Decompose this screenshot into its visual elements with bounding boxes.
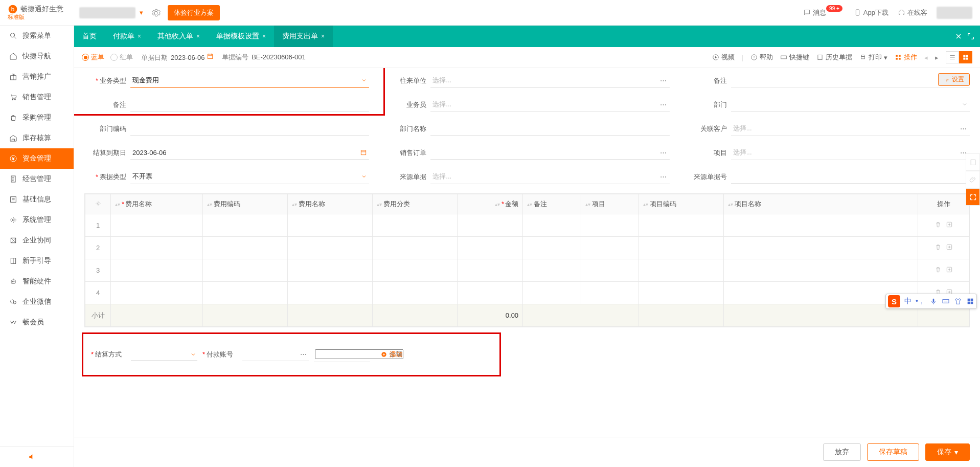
- tool-note[interactable]: [966, 153, 980, 171]
- field-project[interactable]: 项目 选择...⋯: [685, 145, 970, 160]
- close-icon[interactable]: ×: [196, 33, 200, 40]
- field-sale-order[interactable]: 销售订单 ⋯: [384, 145, 669, 160]
- add-row-icon[interactable]: [946, 221, 953, 228]
- sidebar-item-search[interactable]: 搜索菜单: [0, 26, 74, 46]
- lookup-icon[interactable]: ⋯: [660, 173, 668, 181]
- tab-payment[interactable]: 付款单×: [105, 26, 149, 47]
- col-config[interactable]: [85, 194, 111, 214]
- lookup-icon[interactable]: ⋯: [660, 77, 668, 84]
- ime-toolbar[interactable]: S 中 •，: [885, 294, 977, 309]
- field-remark2[interactable]: 备注: [84, 97, 369, 112]
- settle-method-input[interactable]: [131, 349, 197, 361]
- sidebar-item-system[interactable]: 系统管理: [0, 210, 74, 230]
- sidebar-item-purchase[interactable]: 采购管理: [0, 107, 74, 128]
- app-download-link[interactable]: App下载: [854, 8, 888, 17]
- pay-account-input[interactable]: ⋯: [242, 348, 309, 361]
- col-fee-cat[interactable]: ▴▾费用分类: [373, 194, 458, 214]
- lookup-icon[interactable]: ⋯: [660, 101, 668, 108]
- doc-date[interactable]: 单据日期2023-06-06: [141, 53, 214, 62]
- try-industry-button[interactable]: 体验行业方案: [168, 5, 220, 20]
- tenant-dropdown-icon[interactable]: ▾: [140, 9, 143, 16]
- ime-punct[interactable]: •，: [916, 297, 925, 306]
- messages-link[interactable]: 消息99 +: [803, 8, 845, 17]
- field-dept-code[interactable]: 部门编码: [84, 121, 369, 136]
- field-partner[interactable]: 往来单位 选择...⋯: [384, 73, 669, 88]
- fullscreen-icon[interactable]: [967, 32, 975, 40]
- tab-expense[interactable]: 费用支出单×: [274, 26, 333, 47]
- close-icon[interactable]: ×: [321, 33, 325, 40]
- add-payment-button[interactable]: 添加: [380, 350, 403, 359]
- next-doc[interactable]: ▸: [935, 54, 939, 61]
- delete-icon[interactable]: [935, 221, 942, 228]
- table-row[interactable]: 4: [85, 282, 969, 304]
- sidebar-item-basicinfo[interactable]: 基础信息: [0, 189, 74, 210]
- table-row[interactable]: 2: [85, 237, 969, 259]
- delete-icon[interactable]: [935, 266, 942, 273]
- lookup-icon[interactable]: ⋯: [960, 125, 968, 132]
- prev-doc[interactable]: ◂: [924, 54, 928, 61]
- field-settle-date[interactable]: 结算到期日 2023-06-06: [84, 145, 369, 160]
- user-avatar-blurred[interactable]: [937, 7, 972, 19]
- tab-template[interactable]: 单据模板设置×: [208, 26, 274, 47]
- tab-home[interactable]: 首页: [74, 26, 105, 47]
- sound-icon[interactable]: [28, 453, 36, 461]
- keyboard-icon[interactable]: [942, 297, 950, 305]
- discard-button[interactable]: 放弃: [823, 443, 861, 461]
- col-fee-name[interactable]: ▴▾*费用名称: [111, 194, 203, 214]
- tab-other-income[interactable]: 其他收入单×: [149, 26, 208, 47]
- history-link[interactable]: 历史单据: [816, 53, 852, 62]
- sidebar-item-finance[interactable]: ¥资金管理: [0, 148, 74, 169]
- col-remark[interactable]: ▴▾备注: [523, 194, 581, 214]
- view-form[interactable]: [959, 51, 972, 63]
- online-service-link[interactable]: 在线客: [898, 8, 927, 17]
- col-project-code[interactable]: ▴▾项目编码: [639, 194, 723, 214]
- field-src-no[interactable]: 来源单据号: [685, 169, 970, 184]
- toolbox-icon[interactable]: [966, 297, 974, 305]
- sidebar-item-sales[interactable]: 销售管理: [0, 87, 74, 107]
- field-clerk[interactable]: 业务员 选择...⋯: [384, 97, 669, 112]
- settings-icon[interactable]: [151, 8, 161, 17]
- lookup-icon[interactable]: ⋯: [300, 350, 308, 358]
- tool-expand[interactable]: [966, 188, 980, 206]
- sidebar-item-hardware[interactable]: 智能硬件: [0, 271, 74, 292]
- ime-lang[interactable]: 中: [904, 297, 911, 306]
- pay-amount-input[interactable]: [314, 347, 370, 362]
- sidebar-item-guide[interactable]: 新手引导: [0, 251, 74, 271]
- radio-blue[interactable]: 蓝单: [82, 53, 104, 62]
- col-project[interactable]: ▴▾项目: [581, 194, 639, 214]
- mic-icon[interactable]: [929, 297, 938, 305]
- skin-icon[interactable]: [954, 297, 962, 305]
- sidebar-item-business[interactable]: 经营管理: [0, 169, 74, 189]
- sidebar-item-vip[interactable]: 畅会员: [0, 312, 74, 332]
- help-link[interactable]: ?帮助: [750, 53, 773, 62]
- field-invoice[interactable]: *票据类型 不开票: [84, 169, 369, 184]
- field-dept[interactable]: 部门: [685, 97, 970, 112]
- col-amount[interactable]: ▴▾*金额: [458, 194, 523, 214]
- delete-icon[interactable]: [935, 243, 942, 251]
- field-dept-name[interactable]: 部门名称: [384, 121, 669, 136]
- form-settings-button[interactable]: 设置: [938, 73, 970, 86]
- col-fee-name2[interactable]: ▴▾费用名称: [288, 194, 373, 214]
- field-src-doc[interactable]: 来源单据 选择...⋯: [384, 169, 669, 184]
- table-row[interactable]: 3: [85, 259, 969, 282]
- col-project-name[interactable]: ▴▾项目名称: [724, 194, 918, 214]
- view-list[interactable]: [946, 51, 959, 63]
- video-link[interactable]: 视频: [712, 53, 735, 62]
- tool-attach[interactable]: [966, 171, 980, 188]
- shortcut-link[interactable]: 快捷键: [780, 53, 809, 62]
- sidebar-item-inventory[interactable]: 库存核算: [0, 128, 74, 148]
- collapse-icon[interactable]: [9, 453, 17, 461]
- save-button[interactable]: 保存▾: [925, 443, 970, 461]
- sidebar-item-quicknav[interactable]: 快捷导航: [0, 46, 74, 66]
- close-icon[interactable]: ×: [138, 33, 141, 40]
- add-row-icon[interactable]: [946, 243, 953, 251]
- sidebar-item-collab[interactable]: 企业协同: [0, 230, 74, 251]
- sidebar-item-wework[interactable]: 企业微信: [0, 292, 74, 312]
- radio-red[interactable]: 红单: [110, 53, 133, 62]
- col-fee-code[interactable]: ▴▾费用编码: [203, 194, 288, 214]
- close-icon[interactable]: ×: [262, 33, 266, 40]
- field-remark1[interactable]: 备注: [685, 73, 970, 88]
- ops-link[interactable]: 操作: [895, 53, 917, 62]
- field-rel-cust[interactable]: 关联客户 选择...⋯: [685, 121, 970, 136]
- field-biz-type[interactable]: *业务类型 现金费用: [84, 73, 369, 88]
